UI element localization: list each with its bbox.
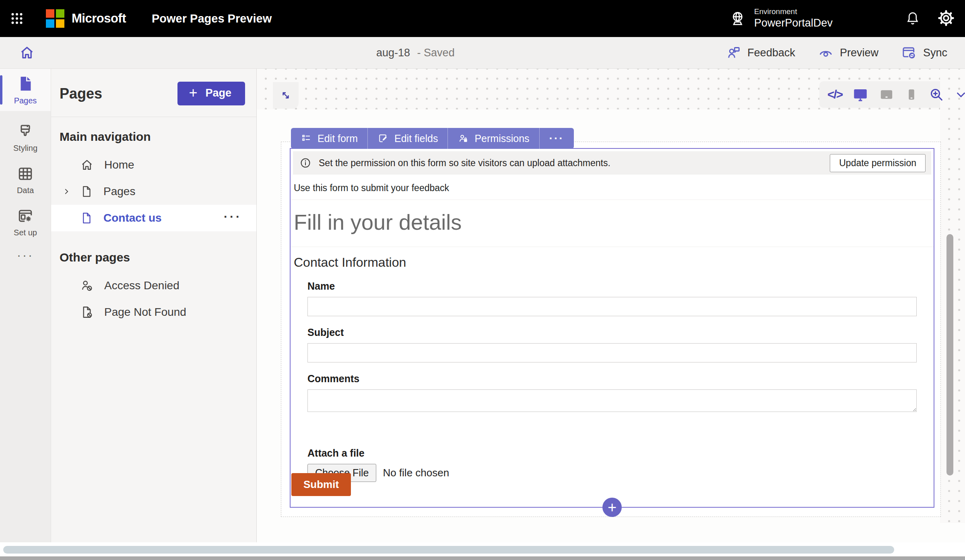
desktop-viewport-icon[interactable] (852, 86, 869, 103)
sync-icon (901, 45, 917, 61)
page-doc-icon (80, 211, 93, 225)
submit-button[interactable]: Submit (291, 473, 351, 496)
styling-brush-icon (16, 123, 34, 140)
rail-item-pages[interactable]: Pages (0, 69, 51, 111)
sync-button[interactable]: Sync (901, 45, 947, 61)
add-page-label: Page (205, 87, 231, 99)
notifications-bell-icon[interactable] (905, 10, 921, 27)
preview-label: Preview (840, 47, 878, 59)
comments-textarea[interactable] (307, 389, 917, 412)
rail-item-setup[interactable]: Set up (0, 201, 51, 243)
subject-label: Subject (307, 327, 917, 338)
preview-eye-icon (818, 45, 834, 61)
pages-panel: Pages + Page Main navigation Home Pages (51, 69, 257, 542)
edit-fields-button[interactable]: Edit fields (367, 128, 447, 149)
name-field-group: Name (307, 280, 917, 316)
plus-icon: + (608, 500, 617, 515)
product-title: Power Pages Preview (152, 12, 272, 25)
rail-item-styling[interactable]: Styling (0, 117, 51, 159)
settings-gear-icon[interactable] (937, 9, 955, 27)
form-heading: Fill in your details (291, 200, 934, 247)
brand-title: Microsoft (72, 11, 126, 26)
nav-item-access-denied[interactable]: Access Denied (51, 272, 256, 299)
attach-file-group: Attach a file Choose File No file chosen (307, 447, 917, 482)
bottom-scroll-area (0, 542, 965, 560)
add-section-button[interactable]: + (602, 498, 622, 517)
feedback-form-component[interactable]: Set the permission on this form so site … (290, 148, 934, 508)
edit-fields-icon (377, 133, 389, 144)
page-doc-icon (80, 185, 93, 198)
edit-form-icon (301, 133, 312, 144)
form-component-toolbar: Edit form Edit fields Permissions (291, 128, 574, 149)
toolbar-more-icon[interactable]: ··· (539, 128, 574, 149)
name-label: Name (307, 280, 917, 292)
rail-label-data: Data (17, 186, 34, 195)
comments-label: Comments (307, 373, 917, 385)
vertical-scrollbar[interactable] (946, 234, 953, 476)
nav-item-pages[interactable]: Pages (51, 178, 256, 205)
pages-icon (16, 74, 35, 93)
command-bar: aug-18 - Saved Feedback Preview (0, 37, 965, 69)
data-table-icon (16, 165, 34, 183)
file-status-text: No file chosen (383, 467, 449, 479)
mobile-viewport-icon[interactable] (904, 87, 919, 102)
plus-icon: + (189, 87, 197, 99)
page-more-options-icon[interactable]: ··· (224, 210, 242, 224)
environment-picker[interactable]: Environment PowerPortalDev (729, 0, 833, 37)
nav-item-home[interactable]: Home (51, 152, 256, 178)
attach-file-label: Attach a file (307, 447, 917, 459)
rail-label-pages: Pages (14, 96, 37, 105)
sync-label: Sync (923, 47, 947, 59)
comments-field-group: Comments (307, 373, 917, 414)
add-page-button[interactable]: + Page (177, 82, 245, 105)
page-name: aug-18 (376, 47, 410, 59)
panel-title: Pages (60, 85, 102, 102)
edit-form-button[interactable]: Edit form (291, 128, 367, 149)
window-edge-bar (0, 556, 965, 560)
nav-item-label: Page Not Found (104, 306, 186, 319)
subject-input[interactable] (307, 343, 917, 362)
environment-name: PowerPortalDev (754, 16, 833, 30)
nav-item-page-not-found[interactable]: Page Not Found (51, 299, 256, 325)
form-section-heading: Contact Information (291, 247, 934, 270)
chevron-right-icon[interactable] (62, 187, 71, 196)
rail-label-styling: Styling (13, 144, 37, 153)
update-permission-button[interactable]: Update permission (830, 154, 926, 172)
permissions-label: Permissions (474, 133, 529, 144)
nav-item-label: Pages (103, 185, 135, 198)
permissions-button[interactable]: Permissions (447, 128, 539, 149)
subject-field-group: Subject (307, 327, 917, 362)
access-denied-icon (80, 278, 94, 293)
name-input[interactable] (307, 297, 917, 316)
app-header: Microsoft Power Pages Preview Environmen… (0, 0, 965, 37)
chevron-down-icon[interactable] (954, 88, 965, 101)
preview-button[interactable]: Preview (818, 45, 878, 61)
feedback-button[interactable]: Feedback (726, 45, 795, 61)
environment-label: Environment (754, 7, 833, 16)
waffle-menu-icon[interactable] (0, 0, 34, 37)
page-not-found-icon (80, 305, 94, 319)
design-canvas: </> (257, 69, 965, 542)
home-page-icon (80, 158, 94, 172)
other-pages-heading: Other pages (51, 231, 256, 272)
rail-item-data[interactable]: Data (0, 159, 51, 201)
tablet-viewport-icon[interactable] (878, 86, 895, 103)
expand-canvas-icon[interactable] (273, 82, 299, 109)
home-icon[interactable] (19, 44, 35, 61)
nav-item-label: Contact us (103, 212, 162, 224)
edit-fields-label: Edit fields (394, 133, 438, 144)
feedback-label: Feedback (747, 47, 795, 59)
zoom-in-icon[interactable] (928, 86, 944, 103)
document-title: aug-18 - Saved (376, 47, 455, 59)
left-rail: Pages Styling Data (0, 69, 51, 542)
nav-item-contact-us[interactable]: Contact us ··· (51, 205, 256, 231)
horizontal-scrollbar[interactable] (3, 546, 894, 554)
rail-more-icon[interactable]: ··· (0, 243, 51, 267)
code-editor-icon[interactable]: </> (827, 88, 842, 101)
edit-form-label: Edit form (318, 133, 358, 144)
permission-info-banner: Set the permission on this form so site … (293, 151, 931, 175)
feedback-icon (726, 45, 741, 61)
viewport-toolbar: </> (819, 81, 940, 108)
nav-item-label: Access Denied (104, 279, 179, 292)
nav-item-label: Home (104, 159, 134, 171)
